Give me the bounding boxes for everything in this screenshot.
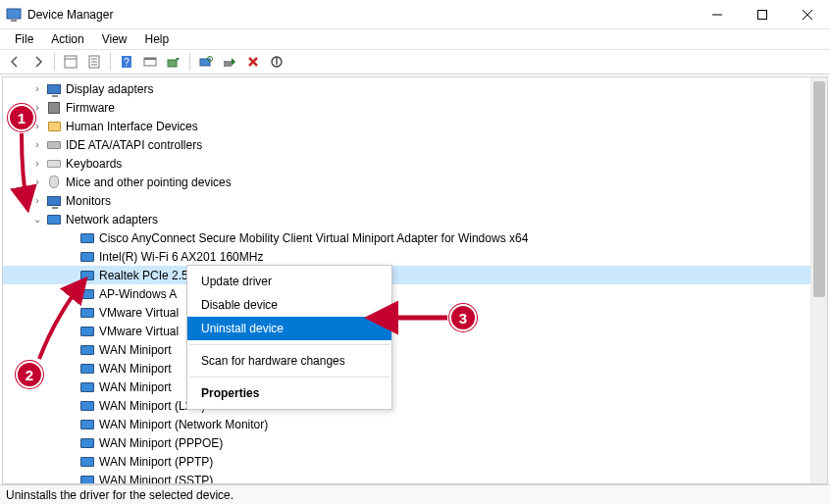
tree-category[interactable]: ›Human Interface Devices <box>3 117 810 135</box>
tree-item-label: WAN Miniport <box>99 380 178 394</box>
tree-item-label: IDE ATA/ATAPI controllers <box>66 138 208 152</box>
menu-bar: File Action View Help <box>0 29 830 49</box>
svg-text:?: ? <box>124 57 130 68</box>
chevron-right-icon[interactable]: › <box>30 176 44 187</box>
tree-device[interactable]: WAN Miniport (L2...) <box>3 396 810 415</box>
minimize-button[interactable] <box>695 0 740 28</box>
tree-category[interactable]: ›Monitors <box>3 191 810 210</box>
tree-category[interactable]: ⌄Network adapters <box>3 210 810 228</box>
tree-item-label: Human Interface Devices <box>66 120 204 133</box>
svg-rect-19 <box>224 61 232 67</box>
menu-help[interactable]: Help <box>136 30 179 48</box>
drive-icon <box>46 137 62 153</box>
tree-device[interactable]: WAN Miniport (SSTP) <box>3 471 810 483</box>
svg-rect-16 <box>168 60 177 67</box>
tb-show-hide-tree[interactable] <box>60 51 81 73</box>
tb-enable-device[interactable] <box>219 51 240 73</box>
tree-device[interactable]: Intel(R) Wi-Fi 6 AX201 160MHz <box>3 247 810 266</box>
svg-rect-15 <box>144 58 156 60</box>
close-button[interactable] <box>785 0 830 28</box>
net-icon <box>79 286 95 302</box>
status-bar: Uninstalls the driver for the selected d… <box>0 484 830 504</box>
context-menu-item[interactable]: Uninstall device <box>187 317 391 340</box>
tree-device[interactable]: WAN Miniport <box>3 340 810 359</box>
net-icon <box>79 398 95 414</box>
tb-scan-hardware[interactable] <box>195 51 217 73</box>
annotation-marker: 3 <box>449 304 477 331</box>
tree-device[interactable]: VMware Virtual <box>3 322 810 340</box>
tree-device[interactable]: WAN Miniport (PPTP) <box>3 452 810 471</box>
chevron-right-icon[interactable]: › <box>30 83 44 94</box>
annotation-marker: 1 <box>8 104 35 131</box>
tree-item-label: Network adapters <box>66 213 164 227</box>
status-text: Uninstalls the driver for the selected d… <box>6 488 233 502</box>
tree-device[interactable]: Realtek PCIe 2.5 <box>3 266 810 284</box>
menu-action[interactable]: Action <box>42 30 92 48</box>
context-menu-item[interactable]: Update driver <box>187 270 391 293</box>
tb-uninstall-device[interactable] <box>242 51 264 73</box>
tree-item-label: WAN Miniport (PPPOE) <box>99 436 229 450</box>
tree-device[interactable]: WAN Miniport (PPPOE) <box>3 433 810 452</box>
annotation-marker: 2 <box>16 361 43 388</box>
device-tree[interactable]: ›Display adapters›Firmware›Human Interfa… <box>3 77 810 483</box>
tb-disable-device[interactable] <box>266 51 287 73</box>
net-icon <box>79 473 95 484</box>
tree-category[interactable]: ›Mice and other pointing devices <box>3 173 810 191</box>
toolbar: ? <box>0 49 830 75</box>
chevron-right-icon[interactable]: › <box>30 195 44 206</box>
net-icon <box>79 435 95 451</box>
tree-item-label: Display adapters <box>66 82 159 96</box>
tree-item-label: Firmware <box>66 101 121 115</box>
forward-button[interactable] <box>27 51 49 73</box>
window-title: Device Manager <box>27 8 113 22</box>
tree-device[interactable]: WAN Miniport <box>3 378 810 396</box>
svg-rect-1 <box>11 20 17 22</box>
svg-rect-3 <box>758 10 767 19</box>
tree-item-label: Keyboards <box>66 157 128 171</box>
tree-category[interactable]: ›Display adapters <box>3 79 810 98</box>
menu-file[interactable]: File <box>6 30 42 48</box>
tree-item-label: WAN Miniport <box>99 343 178 357</box>
tree-category[interactable]: ›Keyboards <box>3 154 810 173</box>
chevron-right-icon[interactable]: › <box>30 139 44 150</box>
tree-device[interactable]: WAN Miniport (Network Monitor) <box>3 415 810 433</box>
tree-category[interactable]: ›Firmware <box>3 98 810 117</box>
net-icon <box>79 324 95 339</box>
tb-update-driver[interactable] <box>163 51 184 73</box>
net-icon <box>79 361 95 377</box>
scrollbar-thumb[interactable] <box>813 81 825 297</box>
context-menu-item[interactable]: Scan for hardware changes <box>187 349 391 373</box>
tree-device[interactable]: Cisco AnyConnect Secure Mobility Client … <box>3 228 810 247</box>
tree-item-label: WAN Miniport (SSTP) <box>99 474 219 484</box>
tb-properties[interactable] <box>83 51 105 73</box>
menu-view[interactable]: View <box>93 30 136 48</box>
tree-item-label: AP-Windows A <box>99 287 182 301</box>
tree-device[interactable]: WAN Miniport <box>3 359 810 378</box>
mouse-icon <box>46 175 62 190</box>
tree-item-label: Intel(R) Wi-Fi 6 AX201 160MHz <box>99 250 269 264</box>
tb-help[interactable]: ? <box>116 51 137 73</box>
tree-item-label: Cisco AnyConnect Secure Mobility Client … <box>99 231 534 245</box>
device-tree-panel: ›Display adapters›Firmware›Human Interfa… <box>2 76 828 484</box>
tree-item-label: WAN Miniport (Network Monitor) <box>99 418 274 431</box>
net-icon <box>79 417 95 432</box>
net-icon <box>46 212 62 227</box>
chevron-down-icon[interactable]: ⌄ <box>30 214 44 225</box>
tree-item-label: VMware Virtual <box>99 325 184 338</box>
vertical-scrollbar[interactable] <box>810 77 827 483</box>
context-menu-item[interactable]: Disable device <box>187 293 391 317</box>
chevron-right-icon[interactable]: › <box>30 158 44 169</box>
context-menu-item[interactable]: Properties <box>187 381 391 405</box>
tree-device[interactable]: VMware Virtual <box>3 303 810 322</box>
tree-category[interactable]: ›IDE ATA/ATAPI controllers <box>3 135 810 154</box>
hid-icon <box>46 119 62 134</box>
maximize-button[interactable] <box>740 0 785 28</box>
chip-icon <box>46 100 62 116</box>
net-icon <box>79 454 95 470</box>
back-button[interactable] <box>4 51 26 73</box>
tb-action[interactable] <box>139 51 161 73</box>
tree-device[interactable]: AP-Windows A <box>3 284 810 303</box>
context-menu: Update driverDisable deviceUninstall dev… <box>186 265 392 410</box>
svg-rect-6 <box>65 56 77 68</box>
monitor-icon <box>46 193 62 209</box>
